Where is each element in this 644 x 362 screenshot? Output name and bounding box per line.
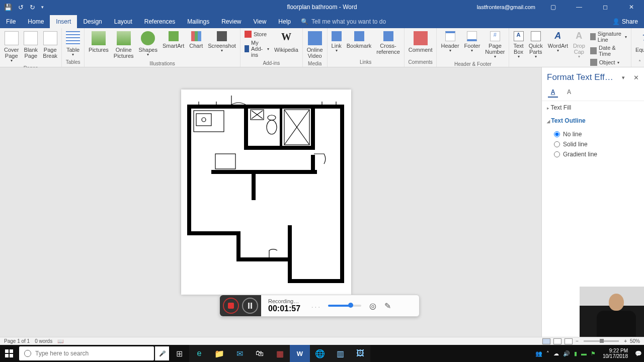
tab-mailings[interactable]: Mailings [181, 15, 215, 28]
tab-view[interactable]: View [248, 15, 273, 28]
recorder-menu-icon[interactable]: . . . [307, 302, 324, 309]
tab-design[interactable]: Design [77, 15, 108, 28]
pane-dropdown-icon[interactable]: ▾ [622, 74, 625, 81]
text-fill-section[interactable]: Text Fill [542, 101, 644, 114]
text-box-button[interactable]: AText Box▾ [511, 29, 525, 60]
word-count[interactable]: 0 words [35, 338, 52, 344]
object-button[interactable]: Object ▾ [589, 58, 628, 66]
spellcheck-icon[interactable]: 📖 [57, 338, 63, 344]
edge-icon[interactable]: e [189, 345, 209, 362]
store-icon[interactable]: 🛍 [250, 345, 270, 362]
zoom-slider[interactable] [584, 340, 619, 342]
people-icon[interactable]: 👥 [535, 350, 542, 357]
store-button[interactable]: Store [244, 30, 270, 38]
undo-icon[interactable]: ↺ [18, 4, 24, 11]
link-button[interactable]: Link▾ [330, 29, 344, 54]
screenshot-button[interactable]: Screenshot▾ [206, 29, 238, 54]
taskbar-clock[interactable]: 9:22 PM 10/17/2018 [600, 348, 631, 359]
start-button[interactable] [0, 345, 18, 362]
recorder-draw-icon[interactable]: ✎ [380, 301, 395, 311]
date-time-button[interactable]: Date & Time [589, 44, 628, 57]
page-number-button[interactable]: #Page Number▾ [483, 29, 507, 60]
footer-button[interactable]: Footer▾ [462, 29, 482, 54]
shapes-button[interactable]: Shapes▾ [137, 29, 159, 58]
read-mode-view-button[interactable] [553, 338, 561, 344]
smartart-button[interactable]: SmartArt [160, 29, 186, 50]
tell-me-search[interactable]: 🔍Tell me what you want to do [301, 18, 386, 28]
taskbar-search-input[interactable] [35, 350, 149, 357]
pause-button[interactable] [242, 298, 258, 314]
document-page[interactable] [181, 89, 351, 295]
word-icon[interactable]: W [290, 345, 310, 362]
tab-home[interactable]: Home [22, 15, 50, 28]
pane-close-icon[interactable]: ✕ [633, 74, 639, 81]
print-layout-view-button[interactable] [542, 338, 550, 344]
wikipedia-button[interactable]: WWikipedia [272, 29, 300, 54]
table-button[interactable]: Table▾ [64, 29, 82, 58]
drop-cap-button[interactable]: ADrop Cap▾ [571, 29, 587, 60]
account-email[interactable]: lastfrontera@gmail.com [477, 4, 535, 10]
chart-button[interactable]: Chart [187, 29, 205, 50]
recorder-webcam-icon[interactable]: ◎ [365, 301, 380, 311]
collapse-ribbon-icon[interactable]: ˄ [638, 59, 641, 65]
maximize-icon[interactable]: ◻ [597, 4, 614, 11]
onedrive-icon[interactable]: ☁ [553, 350, 559, 357]
tab-file[interactable]: File [0, 15, 22, 28]
header-button[interactable]: Header▾ [439, 29, 461, 54]
save-icon[interactable]: 💾 [4, 4, 12, 11]
my-addins-button[interactable]: My Add-ins ▾ [244, 39, 270, 58]
tray-expand-icon[interactable]: ˄ [546, 350, 549, 357]
ribbon-display-icon[interactable]: ▢ [544, 4, 561, 11]
no-line-option[interactable]: No line [554, 129, 639, 139]
equation-button[interactable]: πEquation▾ [633, 29, 644, 58]
task-view-icon[interactable]: ⊞ [169, 345, 189, 362]
chrome-icon[interactable]: 🌐 [310, 345, 330, 362]
solid-line-option[interactable]: Solid line [554, 139, 639, 149]
recorder-volume-slider[interactable] [328, 305, 361, 307]
minimize-icon[interactable]: — [571, 4, 588, 11]
wordart-button[interactable]: AWordArt▾ [546, 29, 570, 54]
network-icon[interactable]: ▮ [574, 350, 577, 357]
zoom-in-button[interactable]: + [624, 338, 627, 344]
zoom-out-button[interactable]: − [576, 338, 579, 344]
bookmark-button[interactable]: Bookmark [345, 29, 374, 50]
tab-references[interactable]: References [138, 15, 181, 28]
cover-page-button[interactable]: Cover Page▾ [2, 29, 21, 64]
battery-icon[interactable]: ▬ [581, 350, 587, 356]
share-button[interactable]: 👤Share [612, 18, 644, 28]
web-layout-view-button[interactable] [565, 338, 573, 344]
file-explorer-icon[interactable]: 📁 [209, 345, 229, 362]
mail-icon[interactable]: ✉ [229, 345, 250, 362]
tab-help[interactable]: Help [272, 15, 297, 28]
notifications-icon[interactable]: 💬 [635, 350, 642, 357]
photos-icon[interactable]: 🖼 [350, 345, 370, 362]
pictures-button[interactable]: Pictures [87, 29, 111, 54]
volume-icon[interactable]: 🔊 [563, 350, 570, 357]
mic-icon[interactable]: 🎤 [155, 346, 169, 360]
taskbar-search[interactable] [19, 346, 154, 360]
close-icon[interactable]: ✕ [623, 4, 640, 11]
record-stop-button[interactable] [223, 298, 239, 314]
tab-insert[interactable]: Insert [50, 15, 77, 28]
quick-parts-button[interactable]: Quick Parts▾ [527, 29, 545, 60]
gradient-line-option[interactable]: Gradient line [554, 149, 639, 159]
tab-layout[interactable]: Layout [108, 15, 138, 28]
cross-reference-button[interactable]: Cross- reference [374, 29, 401, 56]
page-indicator[interactable]: Page 1 of 1 [4, 338, 30, 344]
zoom-level[interactable]: 50% [630, 338, 640, 344]
blank-page-button[interactable]: Blank Page [22, 29, 40, 60]
text-effects-tab-icon[interactable]: A [564, 87, 574, 98]
tab-review[interactable]: Review [215, 15, 247, 28]
comment-button[interactable]: Comment [407, 29, 435, 54]
redo-icon[interactable]: ↻ [30, 4, 35, 11]
online-video-button[interactable]: Online Video [305, 29, 325, 60]
app-icon-1[interactable]: ▦ [270, 345, 290, 362]
qat-dropdown-icon[interactable]: ▾ [41, 5, 44, 10]
page-break-button[interactable]: Page Break [41, 29, 59, 60]
security-icon[interactable]: ⚑ [591, 350, 596, 357]
online-pictures-button[interactable]: Online Pictures [112, 29, 136, 60]
app-icon-2[interactable]: ▥ [330, 345, 350, 362]
text-fill-outline-tab-icon[interactable]: A [548, 87, 558, 98]
text-outline-section[interactable]: Text Outline [542, 114, 644, 127]
signature-line-button[interactable]: Signature Line ▾ [589, 30, 628, 43]
